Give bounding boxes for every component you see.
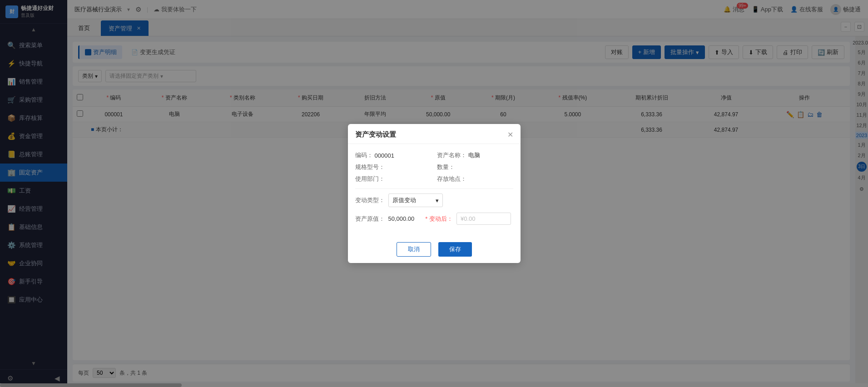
change-type-select[interactable]: 原值变动 ▾ [388,194,443,207]
dialog-divider [355,189,513,189]
after-label: * 变动后： [425,215,453,223]
field-quantity: 数量： [437,163,513,171]
field-department: 使用部门： [355,175,432,183]
dialog-body: 编码： 000001 资产名称： 电脑 规格型号： 数量： 使用部门： [348,144,521,238]
model-label: 规格型号： [355,163,385,171]
dialog-header: 资产变动设置 ✕ [348,124,521,144]
code-label: 编码： [355,151,373,159]
department-label: 使用部门： [355,175,385,183]
asset-change-dialog: 资产变动设置 ✕ 编码： 000001 资产名称： 电脑 规格型号： 数量： [348,124,521,263]
change-type-row: 变动类型： 原值变动 ▾ [355,194,513,207]
field-code: 编码： 000001 [355,151,432,159]
dialog-footer: 取消 保存 [348,238,521,263]
location-label: 存放地点： [437,175,466,183]
cancel-button[interactable]: 取消 [397,242,431,257]
original-value-row: 资产原值： 50,000.00 * 变动后： [355,213,513,225]
quantity-label: 数量： [437,163,455,171]
dialog-info-grid: 编码： 000001 资产名称： 电脑 规格型号： 数量： 使用部门： [355,151,513,183]
change-type-label: 变动类型： [355,196,385,204]
name-value: 电脑 [468,151,480,159]
field-model: 规格型号： [355,163,432,171]
original-value-label: 资产原值： [355,215,385,223]
name-label: 资产名称： [437,151,466,159]
code-value: 000001 [375,152,394,159]
modal-overlay: 资产变动设置 ✕ 编码： 000001 资产名称： 电脑 规格型号： 数量： [0,0,868,387]
change-type-value: 原值变动 [392,196,416,204]
original-value-display: 50,000.00 [388,215,415,222]
dialog-title: 资产变动设置 [355,130,396,139]
save-button[interactable]: 保存 [438,242,472,257]
dialog-close-icon[interactable]: ✕ [507,130,513,139]
field-name: 资产名称： 电脑 [437,151,513,159]
select-chevron-icon: ▾ [436,197,439,204]
after-value-input[interactable] [456,213,511,225]
field-location: 存放地点： [437,175,513,183]
